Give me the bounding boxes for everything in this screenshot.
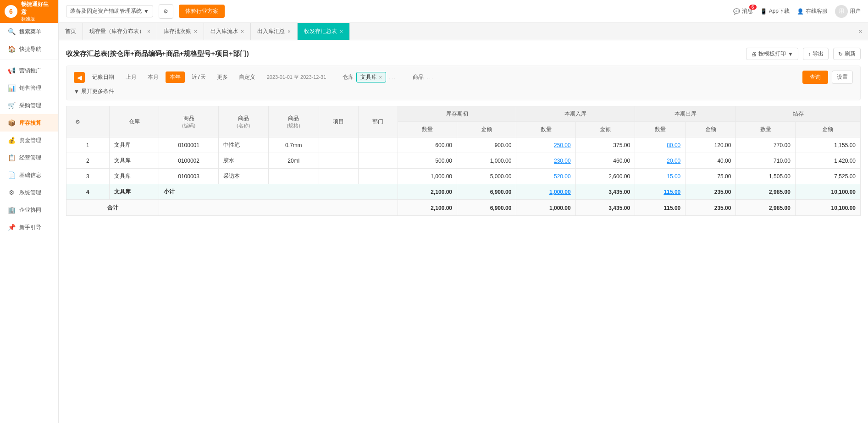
- th-goods-code: 商品(编码): [159, 106, 218, 137]
- print-button[interactable]: 🖨 按模板打印 ▼: [746, 48, 798, 60]
- query-button[interactable]: 查询: [802, 71, 828, 84]
- subtotal-balance-qty: 2,985.00: [736, 184, 795, 200]
- tab-inout-flow-close[interactable]: ×: [241, 28, 244, 35]
- expand-conditions-button[interactable]: ▼ 展开更多条件: [74, 88, 853, 95]
- system-select[interactable]: 装备及固定资产辅助管理系统 ▼: [66, 5, 153, 17]
- experience-button[interactable]: 体验行业方案: [179, 5, 225, 18]
- row-goods-spec: 20ml: [268, 153, 319, 169]
- row-out-amt: 120.00: [686, 137, 736, 153]
- tab-batch[interactable]: 库存批次账 ×: [157, 23, 204, 40]
- subtotal-balance-amt: 10,100.00: [795, 184, 860, 200]
- row-opening-amt: 1,000.00: [457, 153, 516, 169]
- tabbar-close-all[interactable]: ×: [853, 27, 868, 36]
- sidebar-item-basic-info[interactable]: 📄 基础信息: [0, 166, 58, 184]
- sidebar-item-sales[interactable]: 📊 销售管理: [0, 79, 58, 97]
- data-table-wrap: ⚙ 仓库 商品(编码) 商品(名称) 商品(规格) 项目 部门 库存期初 本期入…: [66, 106, 861, 216]
- finance-icon: 💰: [7, 136, 16, 144]
- filter-date-prev-month[interactable]: 上月: [122, 71, 141, 83]
- app-tag: 标准版: [21, 16, 54, 22]
- th-settings[interactable]: ⚙: [66, 106, 110, 137]
- filter-goods-dots[interactable]: ...: [426, 74, 434, 81]
- filter-goods: 商品 ...: [413, 73, 434, 81]
- filter-date-more[interactable]: 更多: [213, 71, 232, 83]
- filter-warehouse-tag-text: 文具库: [360, 73, 377, 81]
- refresh-button[interactable]: ↻ 刷新: [833, 48, 861, 60]
- tab-batch-close[interactable]: ×: [194, 28, 197, 35]
- row-goods-code: 0100002: [159, 153, 218, 169]
- row-opening-qty: 1,000.00: [398, 169, 457, 184]
- filter-date-7days[interactable]: 近7天: [188, 71, 210, 83]
- online-service-button[interactable]: 👤 在线客服: [797, 7, 828, 15]
- enterprise-icon: 🏢: [7, 206, 16, 214]
- sidebar-item-label-basic-info: 基础信息: [19, 171, 41, 179]
- subtotal-out-qty[interactable]: 115.00: [635, 184, 686, 200]
- table-body: 1 文具库 0100001 中性笔 0.7mm 600.00 900.00 25…: [66, 137, 861, 200]
- sidebar-item-quick-nav[interactable]: 🏠 快捷导航: [0, 40, 58, 58]
- sidebar-item-label-marketing: 营销推广: [19, 67, 41, 75]
- row-out-qty[interactable]: 20.00: [635, 153, 686, 169]
- th-in-qty: 数量: [516, 122, 575, 137]
- filter-warehouse-tag-close[interactable]: ×: [379, 74, 382, 81]
- th-in-amt: 金额: [575, 122, 635, 137]
- user-menu[interactable]: 用 用户: [835, 5, 861, 18]
- sidebar-item-enterprise[interactable]: 🏢 企业协同: [0, 201, 58, 219]
- tab-home[interactable]: 首页: [59, 23, 83, 40]
- subtotal-in-qty[interactable]: 1,000.00: [516, 184, 575, 200]
- filter-settings-button[interactable]: 设置: [832, 71, 853, 84]
- row-in-qty[interactable]: 520.00: [516, 169, 575, 184]
- table-settings-icon[interactable]: ⚙: [71, 115, 84, 128]
- business-icon: 📋: [7, 154, 16, 162]
- filter-date-this-month[interactable]: 本月: [144, 71, 163, 83]
- filter-toggle-button[interactable]: ◀: [74, 72, 85, 83]
- message-button[interactable]: 💬 消息 6: [733, 7, 753, 15]
- print-label: 按模板打印: [758, 50, 786, 58]
- tab-inventory-dist-close[interactable]: ×: [147, 28, 150, 35]
- row-warehouse: 文具库: [109, 137, 159, 153]
- basic-info-icon: 📄: [7, 171, 16, 179]
- th-in-group: 本期入库: [516, 106, 635, 122]
- sidebar-item-search[interactable]: 🔍 搜索菜单: [0, 23, 58, 40]
- app-logo: 6: [5, 5, 17, 18]
- table-row: 2 文具库 0100002 胶水 20ml 500.00 1,000.00 23…: [66, 153, 861, 169]
- export-label: 导出: [813, 50, 824, 58]
- user-avatar: 用: [835, 5, 848, 18]
- sidebar-item-inventory[interactable]: 📦 库存核算: [0, 114, 58, 132]
- tab-recv-send-summary-close[interactable]: ×: [340, 28, 343, 35]
- export-button[interactable]: ↑ 导出: [803, 48, 829, 60]
- service-icon: 👤: [797, 8, 804, 15]
- sidebar-item-purchase[interactable]: 🛒 采购管理: [0, 97, 58, 114]
- row-in-qty[interactable]: 250.00: [516, 137, 575, 153]
- tab-inout-flow[interactable]: 出入库流水 ×: [204, 23, 251, 40]
- tab-recv-send-summary[interactable]: 收发存汇总表 ×: [298, 23, 350, 40]
- inventory-icon: 📦: [7, 119, 16, 127]
- row-out-qty[interactable]: 80.00: [635, 137, 686, 153]
- tab-inout-summary-close[interactable]: ×: [287, 28, 291, 35]
- tab-inout-summary-label: 出入库汇总: [257, 27, 285, 35]
- tab-inout-summary[interactable]: 出入库汇总 ×: [251, 23, 298, 40]
- row-in-qty[interactable]: 230.00: [516, 153, 575, 169]
- refresh-label: 刷新: [845, 50, 856, 58]
- sidebar-item-system[interactable]: ⚙ 系统管理: [0, 184, 58, 201]
- message-icon: 💬: [733, 8, 740, 15]
- th-balance-qty: 数量: [736, 122, 795, 137]
- tab-inventory-dist[interactable]: 现存量（库存分布表） ×: [83, 23, 157, 40]
- th-out-amt: 金额: [686, 122, 736, 137]
- sidebar-item-label-sales: 销售管理: [19, 84, 41, 92]
- sidebar-item-guide[interactable]: 📌 新手引导: [0, 219, 58, 236]
- filter-warehouse-dots[interactable]: ...: [389, 74, 396, 81]
- row-department: [358, 169, 398, 184]
- subtotal-opening-qty: 2,100.00: [398, 184, 457, 200]
- sales-icon: 📊: [7, 84, 16, 92]
- filter-date-custom[interactable]: 自定义: [235, 71, 260, 83]
- sidebar-item-finance[interactable]: 💰 资金管理: [0, 132, 58, 149]
- total-spacer: [159, 200, 398, 216]
- settings-button[interactable]: ⚙: [159, 4, 173, 19]
- total-out-amt: 235.00: [686, 200, 736, 216]
- row-no: 2: [66, 153, 110, 169]
- filter-date-this-year[interactable]: 本年: [166, 71, 185, 83]
- app-download-button[interactable]: 📱 App下载: [760, 7, 790, 15]
- row-out-qty[interactable]: 15.00: [635, 169, 686, 184]
- sidebar-item-business[interactable]: 📋 经营管理: [0, 149, 58, 166]
- filter-warehouse-tag: 文具库 ×: [356, 72, 386, 82]
- sidebar-item-marketing[interactable]: 📢 营销推广: [0, 62, 58, 79]
